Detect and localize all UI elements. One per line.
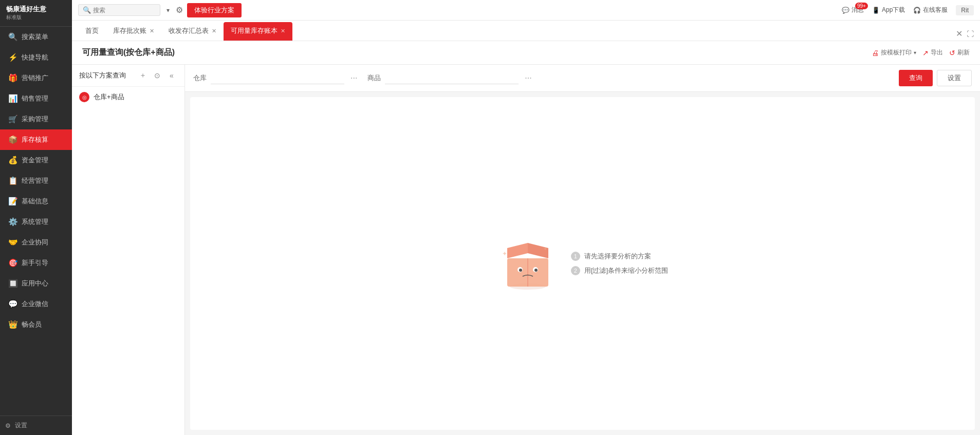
sidebar-item-quicknav[interactable]: ⚡ 快捷导航 — [0, 47, 72, 68]
topbar-search-input[interactable] — [93, 7, 144, 14]
product-filter-field: 商品 ··· — [367, 72, 533, 84]
print-button[interactable]: 🖨 按模板打印 ▾ — [872, 48, 916, 57]
query-button[interactable]: 查询 — [899, 70, 933, 86]
sidebar-item-purchase[interactable]: 🛒 采购管理 — [0, 109, 72, 129]
basic-icon: 📝 — [8, 197, 17, 206]
sidebar-item-label: 资金管理 — [22, 156, 48, 165]
scheme-item-icon: ◎ — [79, 92, 89, 102]
export-button[interactable]: ↗ 导出 — [922, 48, 943, 57]
app-edition: 标准版 — [6, 14, 66, 21]
left-panel-header: 按以下方案查询 ＋ ⊙ « — [72, 65, 184, 87]
topbar-gear-button[interactable]: ⚙ — [176, 5, 183, 15]
settings-scheme-button[interactable]: ⊙ — [152, 70, 163, 81]
tab-label: 收发存汇总表 — [169, 26, 209, 35]
page-header: 可用量查询(按仓库+商品) 🖨 按模板打印 ▾ ↗ 导出 ↺ 刷新 — [72, 41, 980, 65]
topbar-app-download[interactable]: 📱 App下载 — [872, 6, 905, 14]
sidebar-item-label: 营销推广 — [22, 73, 48, 83]
topbar: 🔍 ▾ ⚙ 体验行业方案 💬 消息 99+ 📱 App下载 🎧 在线客服 Rit — [72, 0, 980, 21]
topbar-trial-button[interactable]: 体验行业方案 — [187, 3, 242, 17]
warehouse-filter-dots-button[interactable]: ··· — [348, 73, 359, 83]
refresh-icon: ↺ — [949, 49, 955, 57]
sidebar-item-label: 快捷导航 — [22, 53, 48, 62]
tip-text-1: 请先选择要分析的方案 — [584, 252, 651, 261]
guide-icon: 🎯 — [8, 258, 17, 268]
warehouse-filter-input[interactable] — [211, 72, 344, 84]
tab-label: 可用量库存账本 — [231, 26, 278, 35]
scheme-item-label: 仓库+商品 — [94, 92, 124, 102]
sidebar-item-member[interactable]: 👑 畅会员 — [0, 314, 72, 335]
service-label: 在线客服 — [923, 6, 948, 14]
export-label: 导出 — [931, 48, 943, 57]
topbar-right: 💬 消息 99+ 📱 App下载 🎧 在线客服 Rit — [842, 5, 974, 15]
empty-state: ✦ ✦ 1 请先选择要分析的方案 2 用[过滤]条件来缩小分析范围 — [190, 97, 975, 430]
sidebar-item-wxwork[interactable]: 💬 企业微信 — [0, 294, 72, 314]
sidebar-item-collab[interactable]: 🤝 企业协同 — [0, 232, 72, 253]
left-panel-title: 按以下方案查询 — [79, 71, 126, 80]
tab-label: 首页 — [85, 26, 99, 35]
product-filter-input[interactable] — [385, 72, 519, 84]
svg-text:✦: ✦ — [543, 246, 547, 252]
sidebar-item-sales[interactable]: 📊 销售管理 — [0, 88, 72, 109]
sidebar-item-apps[interactable]: 🔲 应用中心 — [0, 273, 72, 294]
wxwork-icon: 💬 — [8, 299, 17, 309]
sidebar: 畅康通好生意 标准版 🔍 搜索菜单 ⚡ 快捷导航 🎁 营销推广 📊 销售管理 🛒… — [0, 0, 72, 435]
tab-stock-summary[interactable]: 收发存汇总表 ✕ — [161, 22, 224, 41]
user-label: Rit — [961, 7, 969, 14]
tab-inventory-batch[interactable]: 库存批次账 ✕ — [106, 22, 161, 41]
sidebar-item-guide[interactable]: 🎯 新手引导 — [0, 253, 72, 273]
content-area: 按以下方案查询 ＋ ⊙ « ◎ 仓库+商品 仓库 — [72, 65, 980, 435]
tab-available-qty[interactable]: 可用量库存账本 ✕ — [224, 22, 292, 41]
expand-icon: ⚙ — [5, 422, 11, 429]
tab-label: 库存批次账 — [113, 26, 146, 35]
sidebar-item-label: 采购管理 — [22, 115, 48, 124]
system-icon: ⚙️ — [8, 217, 17, 226]
sidebar-item-management[interactable]: 📋 经营管理 — [0, 171, 72, 191]
tab-home[interactable]: 首页 — [78, 22, 106, 41]
main-area: 🔍 ▾ ⚙ 体验行业方案 💬 消息 99+ 📱 App下载 🎧 在线客服 Rit — [72, 0, 980, 435]
empty-tip-1: 1 请先选择要分析的方案 — [571, 252, 668, 261]
tabs-close-button[interactable]: ✕ — [956, 29, 963, 39]
tip-num-2: 2 — [571, 266, 580, 275]
add-scheme-button[interactable]: ＋ — [137, 70, 149, 81]
quicknav-icon: ⚡ — [8, 53, 17, 62]
right-panel: 仓库 ··· 商品 ··· 查询 设置 — [185, 65, 980, 435]
sidebar-item-inventory[interactable]: 📦 库存核算 — [0, 129, 72, 150]
sidebar-item-basic[interactable]: 📝 基础信息 — [0, 191, 72, 212]
member-icon: 👑 — [8, 320, 17, 329]
finance-icon: 💰 — [8, 156, 17, 165]
collapse-panel-button[interactable]: « — [166, 70, 177, 81]
sidebar-logo: 畅康通好生意 标准版 — [0, 0, 72, 27]
filter-actions: 查询 设置 — [899, 70, 972, 86]
apps-icon: 🔲 — [8, 279, 17, 288]
sidebar-item-label: 新手引导 — [22, 258, 48, 268]
sidebar-item-marketing[interactable]: 🎁 营销推广 — [0, 68, 72, 88]
topbar-message[interactable]: 💬 消息 99+ — [842, 6, 864, 14]
sidebar-item-system[interactable]: ⚙️ 系统管理 — [0, 212, 72, 232]
search-icon: 🔍 — [8, 32, 17, 42]
svg-point-8 — [519, 269, 522, 272]
tabs-expand-button[interactable]: ⛶ — [967, 30, 974, 38]
sidebar-item-label: 系统管理 — [22, 217, 48, 226]
message-icon: 💬 — [842, 7, 849, 14]
sidebar-bottom[interactable]: ⚙ 设置 — [0, 415, 72, 435]
topbar-user[interactable]: Rit — [956, 5, 974, 15]
warehouse-filter-field: 仓库 ··· — [193, 72, 359, 84]
left-panel-header-actions: ＋ ⊙ « — [137, 70, 177, 81]
print-label: 按模板打印 — [881, 48, 912, 57]
sidebar-item-finance[interactable]: 💰 资金管理 — [0, 150, 72, 171]
tab-close-icon[interactable]: ✕ — [150, 28, 154, 34]
sidebar-item-search[interactable]: 🔍 搜索菜单 — [0, 27, 72, 47]
mobile-icon: 📱 — [872, 7, 880, 14]
management-icon: 📋 — [8, 176, 17, 185]
topbar-search-box[interactable]: 🔍 — [78, 4, 160, 16]
left-panel-scheme-item[interactable]: ◎ 仓库+商品 — [72, 87, 184, 107]
filter-settings-button[interactable]: 设置 — [937, 70, 972, 86]
refresh-button[interactable]: ↺ 刷新 — [949, 48, 970, 57]
sidebar-item-label: 企业协同 — [22, 238, 48, 247]
topbar-service[interactable]: 🎧 在线客服 — [913, 6, 948, 14]
product-filter-dots-button[interactable]: ··· — [523, 73, 533, 83]
tab-close-icon[interactable]: ✕ — [212, 28, 216, 34]
tabs-bar: 首页 库存批次账 ✕ 收发存汇总表 ✕ 可用量库存账本 ✕ ✕ ⛶ — [72, 21, 980, 41]
tab-close-icon[interactable]: ✕ — [281, 28, 285, 34]
topbar-dropdown-button[interactable]: ▾ — [164, 7, 172, 14]
